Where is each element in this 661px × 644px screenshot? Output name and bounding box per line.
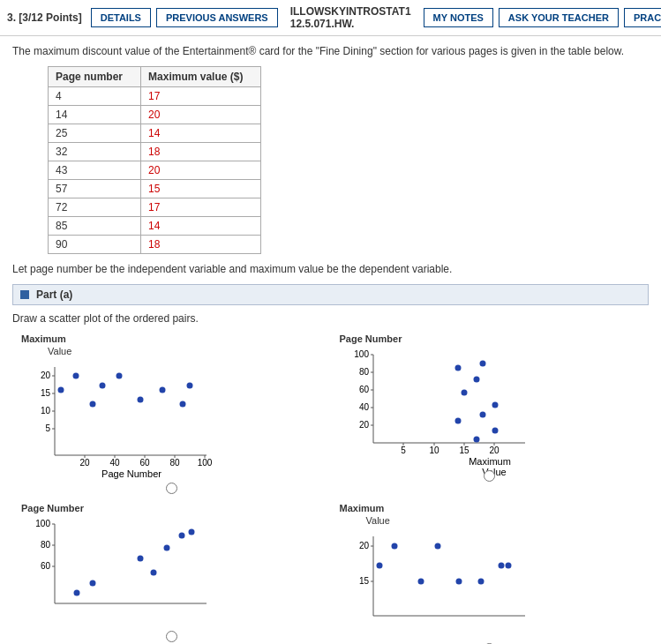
chart4-dot-7 <box>455 579 462 585</box>
chart3-container: Page Number 100 80 60 <box>21 503 322 644</box>
max-value-cell: 20 <box>141 161 261 180</box>
chart1-dot-9 <box>187 383 193 389</box>
max-value-cell: 20 <box>141 106 261 124</box>
chart2-radio-label[interactable] <box>484 470 495 482</box>
svg-text:10: 10 <box>41 406 51 416</box>
svg-text:20: 20 <box>358 420 369 430</box>
svg-text:40: 40 <box>109 458 120 468</box>
chart2-dot-2 <box>492 428 498 434</box>
svg-text:15: 15 <box>41 388 51 398</box>
problem-description: The maximum discount value of the Entert… <box>12 45 649 57</box>
svg-text:5: 5 <box>401 446 406 455</box>
chart1-container: Maximum Value 20 15 10 5 20 <box>21 333 322 494</box>
main-content: The maximum discount value of the Entert… <box>0 36 661 644</box>
svg-text:80: 80 <box>41 540 51 550</box>
page-number-cell: 32 <box>49 143 141 161</box>
my-notes-button[interactable]: MY NOTES <box>424 8 493 27</box>
chart2-dot-7 <box>473 377 479 383</box>
svg-text:100: 100 <box>35 519 50 528</box>
max-value-cell: 14 <box>141 217 261 236</box>
chart1-radio[interactable] <box>166 483 177 494</box>
chart1-dot-3 <box>90 401 96 408</box>
scatter-plots-top: Maximum Value 20 15 10 5 20 <box>12 333 649 494</box>
chart2-dot-4 <box>479 412 485 418</box>
table-row: 8514 <box>49 217 261 236</box>
svg-text:20: 20 <box>41 371 51 380</box>
svg-text:20: 20 <box>489 446 500 455</box>
chart2-radio-row <box>340 470 641 482</box>
table-row: 5715 <box>49 180 261 198</box>
table-row: 9018 <box>49 236 261 254</box>
col-header-page: Page number <box>49 67 141 87</box>
svg-text:15: 15 <box>358 576 369 586</box>
table-row: 417 <box>49 87 261 106</box>
header-right-buttons: MY NOTES ASK YOUR TEACHER PRACTICE ANOTH… <box>424 8 661 27</box>
chart1-dot-1 <box>58 387 64 393</box>
svg-text:60: 60 <box>41 561 51 571</box>
svg-text:Maximum: Maximum <box>469 456 511 467</box>
svg-text:60: 60 <box>139 458 150 468</box>
chart1-svg: 20 15 10 5 20 40 60 80 100 Pa <box>21 358 215 473</box>
page-number-cell: 85 <box>49 217 141 236</box>
chart4-title-line1: Maximum <box>340 503 641 513</box>
chart3-radio-label[interactable] <box>166 631 177 642</box>
table-row: 1420 <box>49 106 261 124</box>
chart4-dot-1 <box>376 563 382 569</box>
chart1-dot-4 <box>100 383 106 389</box>
max-value-cell: 18 <box>141 236 261 254</box>
svg-text:80: 80 <box>169 458 180 468</box>
part-a-label: Part (a) <box>36 288 72 301</box>
chart1-dot-5 <box>116 373 123 379</box>
max-value-cell: 18 <box>141 143 261 161</box>
details-button[interactable]: DETAILS <box>91 8 151 27</box>
problem-number: 3. [3/12 Points] <box>7 11 82 24</box>
max-value-cell: 15 <box>141 180 261 198</box>
variable-note: Let page number be the independent varia… <box>12 263 649 275</box>
practice-another-button[interactable]: PRACTICE ANOTHER <box>624 8 661 27</box>
chart2-dot-5 <box>492 402 498 408</box>
chart1-radio-row <box>21 483 322 494</box>
page-number-cell: 90 <box>49 236 141 254</box>
chart1-dot-7 <box>160 387 166 393</box>
chart4-dot-8 <box>505 563 511 569</box>
scatter-instruction: Draw a scatter plot of the ordered pairs… <box>12 312 649 325</box>
svg-text:100: 100 <box>354 349 369 359</box>
chart3-radio[interactable] <box>166 631 177 642</box>
max-value-cell: 14 <box>141 124 261 143</box>
chart1-radio-label[interactable] <box>166 483 177 494</box>
chart2-dot-1 <box>473 437 479 443</box>
table-row: 7217 <box>49 198 261 217</box>
chart3-dot-1 <box>74 590 80 596</box>
previous-answers-button[interactable]: PREVIOUS ANSWERS <box>156 8 278 27</box>
scatter-plots-bottom: Page Number 100 80 60 <box>12 494 649 644</box>
chart4-dot-6 <box>498 563 504 569</box>
header-bar: 3. [3/12 Points] DETAILS PREVIOUS ANSWER… <box>0 0 661 36</box>
ask-teacher-button[interactable]: ASK YOUR TEACHER <box>499 8 619 27</box>
chart1-title-line1: Maximum <box>21 333 322 344</box>
svg-text:15: 15 <box>459 446 469 455</box>
page-number-cell: 72 <box>49 198 141 217</box>
chart4-dot-5 <box>477 579 484 585</box>
chart4-dot-4 <box>417 579 424 585</box>
chart3-dot-4 <box>151 570 157 576</box>
svg-text:60: 60 <box>358 385 369 394</box>
page-number-cell: 43 <box>49 161 141 180</box>
chart3-svg: 100 80 60 <box>21 515 215 621</box>
chart2-dot-9 <box>479 361 485 367</box>
data-table: Page number Maximum value ($) 4171420251… <box>48 66 261 254</box>
chart3-radio-row <box>21 631 322 642</box>
chart3-dot-5 <box>164 545 170 551</box>
chart2-dot-6 <box>461 390 467 396</box>
chart1-dot-6 <box>138 397 144 403</box>
course-id: ILLOWSKYINTROSTAT1 12.5.071.HW. <box>290 5 411 30</box>
chart4-svg: 20 15 <box>340 528 534 633</box>
chart2-radio[interactable] <box>484 470 495 482</box>
page-number-cell: 14 <box>49 106 141 124</box>
table-row: 4320 <box>49 161 261 180</box>
table-row: 3218 <box>49 143 261 161</box>
chart3-dot-2 <box>90 580 96 587</box>
svg-text:5: 5 <box>45 423 50 433</box>
chart4-title-line2: Value <box>366 515 641 526</box>
svg-text:10: 10 <box>429 446 439 455</box>
chart2-container: Page Number 100 80 60 40 20 <box>340 333 641 494</box>
